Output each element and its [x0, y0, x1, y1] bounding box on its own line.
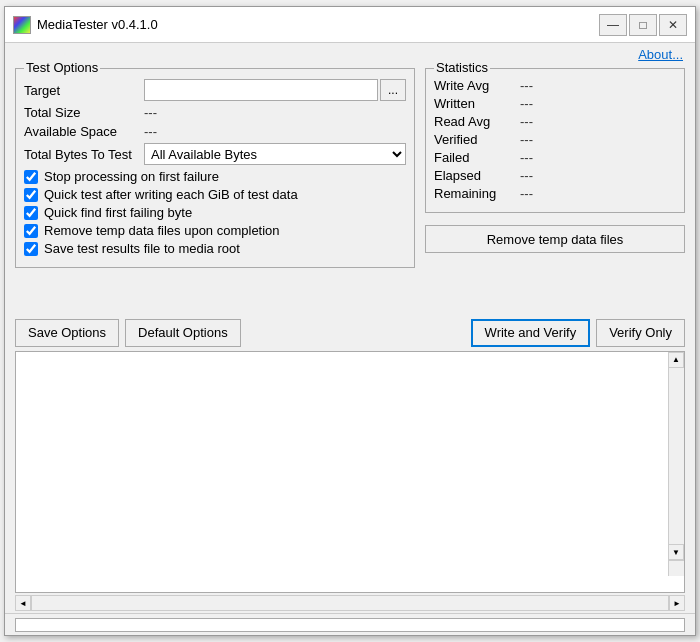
quick-test-label: Quick test after writing each GiB of tes… [44, 187, 298, 202]
stat-failed: Failed --- [434, 150, 676, 165]
log-area-container: ▲ ▼ [15, 351, 685, 594]
target-input[interactable] [144, 79, 378, 101]
scrollbar-corner [668, 560, 684, 576]
minimize-button[interactable]: — [599, 14, 627, 36]
right-panel: Statistics Write Avg --- Written --- Rea… [425, 68, 685, 309]
checkbox-row-5: Save test results file to media root [24, 241, 406, 256]
stat-write-avg: Write Avg --- [434, 78, 676, 93]
left-panel: Test Options Target ... Total Size --- A… [15, 68, 415, 309]
default-options-button[interactable]: Default Options [125, 319, 241, 347]
checkbox-row-2: Quick test after writing each GiB of tes… [24, 187, 406, 202]
top-bar: About... [5, 43, 695, 62]
scroll-up-button[interactable]: ▲ [668, 352, 684, 368]
target-label: Target [24, 83, 144, 98]
checkbox-row-3: Quick find first failing byte [24, 205, 406, 220]
verified-label: Verified [434, 132, 514, 147]
stop-first-failure-label: Stop processing on first failure [44, 169, 219, 184]
main-content: Test Options Target ... Total Size --- A… [5, 62, 695, 315]
maximize-button[interactable]: □ [629, 14, 657, 36]
failed-label: Failed [434, 150, 514, 165]
status-bar [5, 613, 695, 635]
verify-only-button[interactable]: Verify Only [596, 319, 685, 347]
window-controls: — □ ✕ [599, 14, 687, 36]
window-title: MediaTester v0.4.1.0 [37, 17, 599, 32]
stat-written: Written --- [434, 96, 676, 111]
available-space-row: Available Space --- [24, 124, 406, 139]
title-bar: MediaTester v0.4.1.0 — □ ✕ [5, 7, 695, 43]
save-options-button[interactable]: Save Options [15, 319, 119, 347]
read-avg-label: Read Avg [434, 114, 514, 129]
scroll-down-button[interactable]: ▼ [668, 544, 684, 560]
progress-bar [15, 618, 685, 632]
remove-temp-label: Remove temp data files upon completion [44, 223, 280, 238]
written-label: Written [434, 96, 514, 111]
written-value: --- [520, 96, 533, 111]
remaining-value: --- [520, 186, 533, 201]
statistics-title: Statistics [434, 60, 490, 75]
elapsed-value: --- [520, 168, 533, 183]
quick-find-label: Quick find first failing byte [44, 205, 192, 220]
all-buttons-row: Save Options Default Options Write and V… [5, 315, 695, 351]
statistics-group: Statistics Write Avg --- Written --- Rea… [425, 68, 685, 213]
checkbox-row-4: Remove temp data files upon completion [24, 223, 406, 238]
test-options-group: Test Options Target ... Total Size --- A… [15, 68, 415, 268]
stat-read-avg: Read Avg --- [434, 114, 676, 129]
browse-button[interactable]: ... [380, 79, 406, 101]
total-size-row: Total Size --- [24, 105, 406, 120]
log-textarea[interactable] [16, 352, 668, 593]
checkbox-row-1: Stop processing on first failure [24, 169, 406, 184]
verified-value: --- [520, 132, 533, 147]
available-space-label: Available Space [24, 124, 144, 139]
test-options-title: Test Options [24, 60, 100, 75]
total-size-value: --- [144, 105, 157, 120]
total-bytes-label: Total Bytes To Test [24, 147, 144, 162]
save-results-label: Save test results file to media root [44, 241, 240, 256]
quick-test-checkbox[interactable] [24, 188, 38, 202]
read-avg-value: --- [520, 114, 533, 129]
failed-value: --- [520, 150, 533, 165]
scroll-left-button[interactable]: ◄ [15, 595, 31, 611]
horizontal-scrollbar-container: ◄ ► [5, 593, 695, 613]
remove-temp-button[interactable]: Remove temp data files [425, 225, 685, 253]
main-window: MediaTester v0.4.1.0 — □ ✕ About... Test… [4, 6, 696, 636]
remaining-label: Remaining [434, 186, 514, 201]
close-button[interactable]: ✕ [659, 14, 687, 36]
total-size-label: Total Size [24, 105, 144, 120]
stop-first-failure-checkbox[interactable] [24, 170, 38, 184]
write-and-verify-button[interactable]: Write and Verify [471, 319, 591, 347]
app-icon [13, 16, 31, 34]
horizontal-scrollbar[interactable] [31, 595, 669, 611]
vertical-scrollbar[interactable]: ▲ ▼ [668, 352, 684, 577]
stat-remaining: Remaining --- [434, 186, 676, 201]
about-link[interactable]: About... [638, 47, 683, 62]
elapsed-label: Elapsed [434, 168, 514, 183]
save-results-checkbox[interactable] [24, 242, 38, 256]
write-avg-value: --- [520, 78, 533, 93]
scroll-right-button[interactable]: ► [669, 595, 685, 611]
total-bytes-select[interactable]: All Available Bytes 1 GiB 10 GiB 100 GiB [144, 143, 406, 165]
remove-temp-checkbox[interactable] [24, 224, 38, 238]
total-bytes-row: Total Bytes To Test All Available Bytes … [24, 143, 406, 165]
quick-find-checkbox[interactable] [24, 206, 38, 220]
stat-verified: Verified --- [434, 132, 676, 147]
target-row: Target ... [24, 79, 406, 101]
available-space-value: --- [144, 124, 157, 139]
stat-elapsed: Elapsed --- [434, 168, 676, 183]
write-avg-label: Write Avg [434, 78, 514, 93]
